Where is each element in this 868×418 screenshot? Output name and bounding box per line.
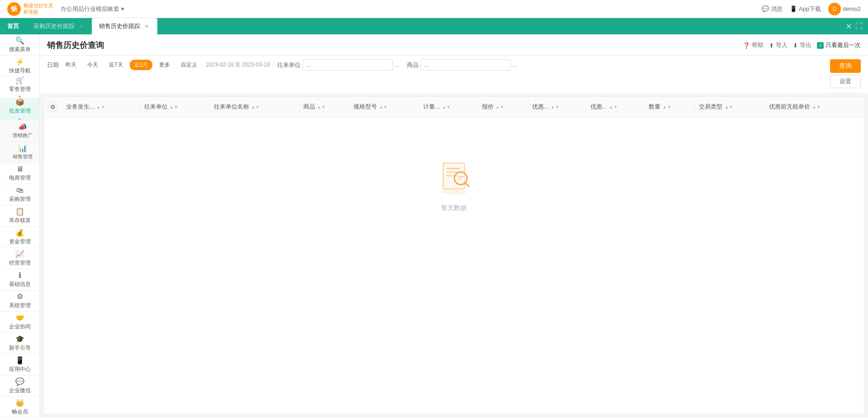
- sort-icon: ▲▼: [317, 104, 326, 109]
- only-last-checkbox-area[interactable]: 只看最后一次: [817, 41, 861, 49]
- table-header-trade-type[interactable]: 交易类型 ▲▼: [695, 97, 765, 117]
- sidebar-item-wechat[interactable]: 💬 企业微信: [0, 375, 39, 397]
- tab-home[interactable]: 首页: [0, 18, 26, 34]
- tab-close-all-icon[interactable]: ✕: [846, 22, 852, 31]
- search-icon: 🔍: [15, 36, 24, 45]
- sidebar-item-search[interactable]: 🔍 搜索菜单: [0, 34, 39, 56]
- empty-state: 暂无数据: [44, 117, 864, 248]
- sidebar-item-ecommerce[interactable]: 🖥 电商管理: [0, 163, 39, 184]
- sidebar-item-label: 企业微信: [9, 387, 31, 394]
- top-bar-right: 💬 消息 📱 App下载 D demo2: [762, 3, 861, 15]
- tab-purchase-history-close[interactable]: ✕: [77, 23, 85, 30]
- inventory-icon: 📋: [15, 207, 24, 216]
- table-header-discount2[interactable]: 优惠... ▲▼: [587, 97, 645, 117]
- table-header-row: ⚙ 业务发生... ▲▼ 往来单位 ▲▼: [44, 97, 864, 117]
- sidebar-item-app-center[interactable]: 📱 应用中心: [0, 354, 39, 375]
- sidebar-item-label: 系统管理: [9, 302, 31, 309]
- column-settings-button[interactable]: ⚙: [47, 101, 58, 112]
- table-header-counterpart-name[interactable]: 往来单位名称 ▲▼: [210, 97, 299, 117]
- sort-icon: ▲▼: [551, 104, 560, 109]
- import-button[interactable]: ⬆ 导入: [769, 41, 788, 49]
- table-header-pre-tax-price[interactable]: 优惠前无税单价 ▲▼: [765, 97, 864, 117]
- basic-info-icon: ℹ: [19, 271, 21, 280]
- tab-sales-history-close[interactable]: ✕: [143, 23, 150, 30]
- message-button[interactable]: 💬 消息: [762, 5, 783, 13]
- counterpart-more-btn[interactable]: ...: [395, 62, 400, 68]
- table-header-product[interactable]: 商品 ▲▼: [299, 97, 349, 117]
- sidebar-item-inventory[interactable]: 📋 库存核算: [0, 205, 39, 227]
- sort-icon: ▲▼: [379, 104, 388, 109]
- workspace-chevron-icon: ▾: [121, 5, 124, 12]
- table-header-quantity[interactable]: 数量 ▲▼: [645, 97, 695, 117]
- product-input[interactable]: [420, 59, 511, 71]
- wholesale-icon: 📦: [15, 98, 24, 106]
- message-icon: 💬: [762, 5, 769, 12]
- date-yesterday-btn[interactable]: 昨天: [61, 59, 80, 71]
- export-button[interactable]: ⬇ 导出: [793, 41, 811, 49]
- sidebar-item-member[interactable]: 👑 畅会员: [0, 397, 39, 418]
- empty-state-row: 暂无数据: [44, 117, 864, 249]
- page-title: 销售历史价查询: [47, 40, 104, 51]
- table-header-spec[interactable]: 规格型号 ▲▼: [349, 97, 419, 117]
- date-today-btn[interactable]: 今天: [83, 59, 102, 71]
- sidebar-item-label: 畅会员: [12, 408, 28, 416]
- date-last7-btn[interactable]: 近7天: [105, 59, 127, 71]
- sort-icon: ▲▼: [724, 104, 733, 109]
- tab-sales-history[interactable]: 销售历史价跟踪 ✕: [92, 18, 157, 34]
- sidebar-item-enterprise[interactable]: 🤝 企业协同: [0, 312, 39, 333]
- sidebar-item-label: 零售管理: [9, 86, 31, 93]
- page-header: 销售历史价查询 ❓ 帮助 ⬆ 导入 ⬇ 导出: [40, 34, 868, 56]
- sidebar-item-label: 批发管理: [9, 107, 31, 115]
- help-button[interactable]: ❓ 帮助: [743, 41, 764, 49]
- marketing-icon: 📣: [18, 123, 27, 131]
- avatar: D: [828, 3, 841, 15]
- date-custom-btn[interactable]: 自定义: [177, 59, 201, 71]
- data-table: ⚙ 业务发生... ▲▼ 往来单位 ▲▼: [44, 97, 864, 248]
- quick-nav-icon: ⚡: [15, 57, 24, 66]
- query-button[interactable]: 查询: [830, 59, 861, 73]
- sidebar-item-purchase[interactable]: 🛍 采购管理: [0, 184, 39, 205]
- sidebar-item-system[interactable]: ⚙ 系统管理: [0, 290, 39, 312]
- date-more-btn[interactable]: 更多: [155, 59, 174, 71]
- product-label: 商品: [407, 61, 419, 69]
- svg-rect-4: [446, 171, 457, 173]
- sidebar-item-finance[interactable]: 💰 资金管理: [0, 227, 39, 248]
- sort-icon: ▲▼: [495, 104, 505, 109]
- table-header-discount1[interactable]: 优惠... ▲▼: [528, 97, 586, 117]
- sidebar-item-sales-mgmt[interactable]: 📊 销售管理: [0, 142, 39, 163]
- workspace-selector[interactable]: 办公用品行业模拟账套 ▾: [57, 3, 128, 15]
- operation-icon: 📈: [15, 250, 24, 258]
- settings-button[interactable]: 设置: [830, 75, 861, 88]
- help-icon: ❓: [743, 42, 750, 49]
- date-last1m-btn[interactable]: 近1月: [130, 60, 153, 70]
- table-header-counterpart-code[interactable]: 往来单位 ▲▼: [140, 97, 210, 117]
- tab-purchase-history[interactable]: 采购历史价跟踪 ✕: [26, 18, 92, 34]
- sidebar-item-label: 经营管理: [9, 259, 31, 267]
- sidebar-item-operation[interactable]: 📈 经营管理: [0, 248, 39, 269]
- sidebar-item-quick-nav[interactable]: ⚡ 快捷导航: [0, 56, 39, 77]
- only-last-checkbox[interactable]: [817, 42, 824, 49]
- sidebar-item-label: 库存核算: [9, 217, 31, 224]
- sales-mgmt-icon: 📊: [18, 144, 27, 152]
- table-header-unit[interactable]: 计量... ▲▼: [420, 97, 478, 117]
- sidebar-item-guide[interactable]: 🎓 新手引导: [0, 333, 39, 354]
- sidebar-item-label: 基础信息: [9, 280, 31, 288]
- counterpart-input[interactable]: [302, 59, 393, 71]
- sidebar: 🔍 搜索菜单 ⚡ 快捷导航 🛒 零售管理 ▾ 📦 批发管理 ▴ 📣 营销推广 📊…: [0, 34, 40, 418]
- system-icon: ⚙: [17, 292, 23, 301]
- filter-row: 日期 昨天 今天 近7天 近1月 更多 自定义 2023-02-18 至 202…: [40, 56, 868, 93]
- sidebar-item-label: 电商管理: [9, 174, 31, 182]
- retail-icon: 🛒: [15, 76, 24, 85]
- enterprise-icon: 🤝: [15, 314, 24, 322]
- top-bar: 畅 畅捷信好生意 标准版 办公用品行业模拟账套 ▾ 💬 消息 📱 App下载 D…: [0, 0, 868, 18]
- table-header-price[interactable]: 报价 ▲▼: [478, 97, 528, 117]
- user-menu-button[interactable]: D demo2: [828, 3, 861, 15]
- sidebar-item-wholesale[interactable]: 📦 批发管理 ▴: [0, 99, 39, 120]
- product-more-btn[interactable]: ...: [513, 62, 518, 68]
- sidebar-item-basic-info[interactable]: ℹ 基础信息: [0, 269, 39, 290]
- tab-fullscreen-icon[interactable]: ⛶: [855, 22, 863, 30]
- sidebar-item-marketing[interactable]: 📣 营销推广: [0, 120, 39, 142]
- sidebar-item-retail[interactable]: 🛒 零售管理 ▾: [0, 77, 39, 99]
- app-download-button[interactable]: 📱 App下载: [790, 5, 821, 13]
- table-header-biz-date[interactable]: 业务发生... ▲▼: [62, 97, 141, 117]
